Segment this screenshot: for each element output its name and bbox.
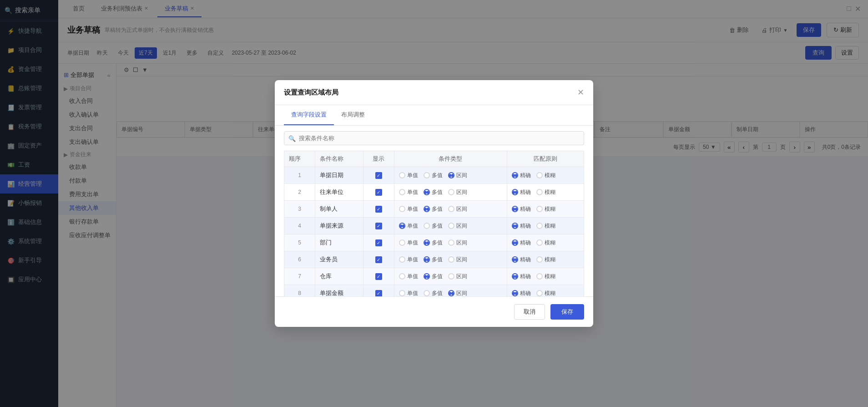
radio-condition-1-多值[interactable]: 多值	[424, 188, 443, 196]
radio-match-1-模糊[interactable]: 模糊	[536, 188, 555, 196]
row-match-rule-4: 精确模糊	[507, 234, 584, 251]
radio-match-7-模糊[interactable]: 模糊	[536, 290, 555, 297]
checkbox-checked-2[interactable]: ✓	[375, 206, 382, 213]
row-match-rule-6: 精确模糊	[507, 268, 584, 285]
radio-circle	[448, 172, 454, 178]
radio-condition-7-单值[interactable]: 单值	[399, 290, 418, 297]
tab-layout-adjust[interactable]: 布局调整	[334, 105, 372, 125]
radio-circle	[512, 223, 518, 229]
radio-circle	[536, 172, 543, 178]
radio-match-2-模糊[interactable]: 模糊	[536, 205, 555, 213]
radio-match-6-精确[interactable]: 精确	[512, 273, 531, 280]
checkbox-checked-6[interactable]: ✓	[375, 273, 382, 280]
row-display-6[interactable]: ✓	[363, 268, 394, 285]
row-match-rule-0: 精确模糊	[507, 167, 584, 184]
row-match-rule-1: 精确模糊	[507, 184, 584, 201]
radio-match-4-模糊[interactable]: 模糊	[536, 239, 555, 247]
modal-table-container: 顺序 条件名称 显示 条件类型 匹配原则 1单据日期✓单值多值区间精确模糊2往来…	[275, 151, 593, 296]
row-name-0: 单据日期	[315, 167, 363, 184]
radio-circle	[448, 256, 454, 263]
radio-circle	[512, 239, 518, 246]
checkbox-checked-5[interactable]: ✓	[375, 256, 382, 263]
radio-condition-7-区间[interactable]: 区间	[448, 290, 467, 297]
radio-condition-6-多值[interactable]: 多值	[424, 273, 443, 280]
row-name-1: 往来单位	[315, 184, 363, 201]
modal-table: 顺序 条件名称 显示 条件类型 匹配原则 1单据日期✓单值多值区间精确模糊2往来…	[284, 151, 584, 296]
checkbox-checked-1[interactable]: ✓	[375, 189, 382, 196]
radio-match-3-精确[interactable]: 精确	[512, 222, 531, 230]
row-condition-type-3: 单值多值区间	[394, 218, 507, 234]
row-condition-type-7: 单值多值区间	[394, 285, 507, 297]
row-display-4[interactable]: ✓	[363, 234, 394, 251]
radio-match-0-精确[interactable]: 精确	[512, 172, 531, 179]
row-display-5[interactable]: ✓	[363, 251, 394, 268]
col-name: 条件名称	[315, 151, 363, 167]
radio-match-5-精确[interactable]: 精确	[512, 256, 531, 264]
radio-circle	[424, 256, 430, 263]
row-display-1[interactable]: ✓	[363, 184, 394, 201]
radio-circle	[512, 290, 518, 296]
radio-condition-4-单值[interactable]: 单值	[399, 239, 418, 247]
radio-condition-0-区间[interactable]: 区间	[448, 172, 467, 179]
row-condition-type-0: 单值多值区间	[394, 167, 507, 184]
radio-condition-0-单值[interactable]: 单值	[399, 172, 418, 179]
radio-condition-5-单值[interactable]: 单值	[399, 256, 418, 264]
radio-condition-3-单值[interactable]: 单值	[399, 222, 418, 230]
radio-circle	[512, 256, 518, 263]
tab-query-field-settings[interactable]: 查询字段设置	[284, 105, 334, 125]
row-display-0[interactable]: ✓	[363, 167, 394, 184]
col-order: 顺序	[284, 151, 315, 167]
radio-condition-2-单值[interactable]: 单值	[399, 205, 418, 213]
modal-tabs: 查询字段设置 布局调整	[275, 105, 593, 126]
cancel-button[interactable]: 取消	[514, 304, 545, 320]
radio-condition-6-区间[interactable]: 区间	[448, 273, 467, 280]
modal-header: 设置查询区域布局 ✕	[275, 80, 593, 105]
radio-match-5-模糊[interactable]: 模糊	[536, 256, 555, 264]
radio-circle	[536, 206, 543, 212]
row-order-5: 6	[284, 251, 315, 268]
radio-condition-5-区间[interactable]: 区间	[448, 256, 467, 264]
modal-close-button[interactable]: ✕	[577, 87, 584, 97]
row-name-6: 仓库	[315, 268, 363, 285]
radio-condition-3-多值[interactable]: 多值	[424, 222, 443, 230]
radio-condition-1-单值[interactable]: 单值	[399, 188, 418, 196]
row-display-2[interactable]: ✓	[363, 201, 394, 218]
checkbox-checked-3[interactable]: ✓	[375, 223, 382, 229]
checkbox-checked-7[interactable]: ✓	[375, 290, 382, 296]
checkbox-checked-4[interactable]: ✓	[375, 239, 382, 246]
confirm-save-button[interactable]: 保存	[550, 304, 584, 320]
row-order-3: 4	[284, 218, 315, 234]
radio-circle	[536, 256, 543, 263]
radio-match-4-精确[interactable]: 精确	[512, 239, 531, 247]
row-match-rule-7: 精确模糊	[507, 285, 584, 297]
radio-condition-6-单值[interactable]: 单值	[399, 273, 418, 280]
radio-circle	[424, 290, 430, 296]
radio-match-0-模糊[interactable]: 模糊	[536, 172, 555, 179]
radio-circle	[512, 206, 518, 212]
radio-condition-2-多值[interactable]: 多值	[424, 205, 443, 213]
row-display-7[interactable]: ✓	[363, 285, 394, 297]
search-icon: 🔍	[288, 135, 296, 142]
radio-match-3-模糊[interactable]: 模糊	[536, 222, 555, 230]
condition-search-input[interactable]	[284, 131, 584, 145]
checkbox-checked-0[interactable]: ✓	[375, 172, 382, 179]
radio-circle	[399, 256, 405, 263]
radio-circle	[512, 189, 518, 195]
radio-condition-5-多值[interactable]: 多值	[424, 256, 443, 264]
radio-circle	[448, 206, 454, 212]
radio-match-6-模糊[interactable]: 模糊	[536, 273, 555, 280]
radio-condition-4-多值[interactable]: 多值	[424, 239, 443, 247]
row-order-0: 1	[284, 167, 315, 184]
radio-condition-4-区间[interactable]: 区间	[448, 239, 467, 247]
radio-condition-2-区间[interactable]: 区间	[448, 205, 467, 213]
radio-circle	[512, 172, 518, 178]
radio-match-2-精确[interactable]: 精确	[512, 205, 531, 213]
radio-condition-7-多值[interactable]: 多值	[424, 290, 443, 297]
radio-condition-3-区间[interactable]: 区间	[448, 222, 467, 230]
radio-circle	[424, 223, 430, 229]
radio-condition-1-区间[interactable]: 区间	[448, 188, 467, 196]
radio-condition-0-多值[interactable]: 多值	[424, 172, 443, 179]
row-display-3[interactable]: ✓	[363, 218, 394, 234]
radio-match-1-精确[interactable]: 精确	[512, 188, 531, 196]
radio-match-7-精确[interactable]: 精确	[512, 290, 531, 297]
